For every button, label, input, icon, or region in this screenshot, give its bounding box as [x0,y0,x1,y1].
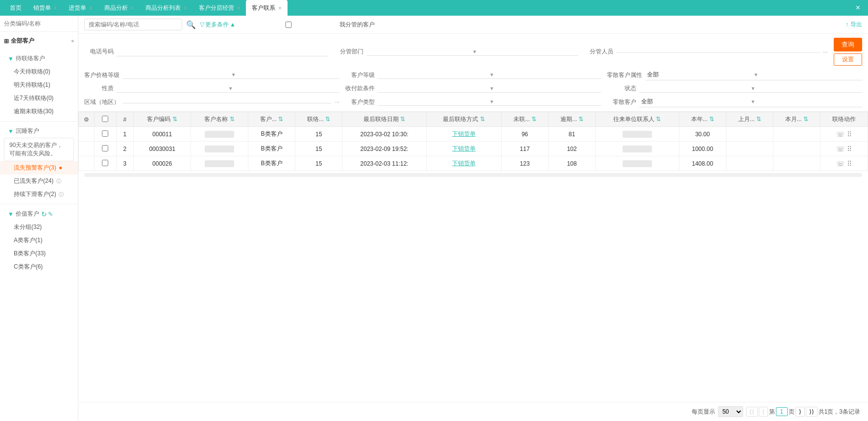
horizontal-scrollbar[interactable] [84,173,862,177]
per-page-select[interactable]: 50 100 200 [718,406,743,417]
tab-customer-contact[interactable]: 客户联系 × [246,0,287,16]
settings-button[interactable]: 设置 [834,53,862,66]
sidebar-item-churned[interactable]: 已流失客户(24) ⓘ [0,174,78,188]
dept-select[interactable]: ▼ [366,48,578,56]
refresh-icon[interactable]: ↻ [41,210,47,218]
first-page-button[interactable]: ⟨⟨ [746,407,758,417]
zero-cust-select[interactable]: 全部 ▼ [639,97,862,107]
tab-purchase[interactable]: 进货单 × [63,0,98,16]
sidebar-item-tomorrow[interactable]: 明天待联络(1) [0,78,78,92]
gender-select[interactable]: ▼ [117,85,339,93]
more-options-icon[interactable]: ··· [823,49,828,55]
arrow-down-icon: ▼ [8,211,14,218]
sidebar-item-declining[interactable]: 持续下滑客户(2) ⓘ [0,188,78,201]
td-last-contact-way[interactable]: 下销货单 [427,127,502,142]
td-last-contact-date: 2023-02-09 19:52: [342,142,427,156]
tab-sales[interactable]: 销货单 × [27,0,63,16]
th-last-month[interactable]: 上月... ⇅ [726,112,773,127]
close-icon[interactable]: × [89,5,92,11]
row-checkbox[interactable] [102,160,108,166]
area-select[interactable] [122,101,332,103]
select-all-checkbox[interactable] [102,116,108,122]
more-filters-button[interactable]: ▽ 更多条件 ▲ [200,21,236,29]
edit-icon[interactable]: ✎ [48,211,53,218]
filter-phone: 电话号码 [84,47,328,56]
sidebar-item-churn-warning[interactable]: 流失预警客户(3) ● [0,161,78,174]
sidebar-group-value[interactable]: ▼ 价值客户 ↻ ✎ [0,207,78,221]
prev-page-button[interactable]: ⟨ [759,407,768,417]
row-checkbox[interactable] [102,130,108,137]
chevron-down-icon: ▼ [489,99,599,104]
th-not-contacted[interactable]: 未联... ⇅ [501,112,548,127]
th-settings[interactable]: ⚙ [79,112,95,127]
th-checkbox[interactable] [95,112,117,127]
contact-icon[interactable]: ☏ [836,130,845,138]
th-last-contact-date[interactable]: 最后联络日期 ⇅ [342,112,427,127]
more-actions-icon[interactable]: ⠿ [847,160,852,168]
sidebar-item-class-c[interactable]: C类客户(6) [0,260,78,273]
filter-status: 状态 ▼ [607,84,862,93]
sidebar-section-dormant: ▼ 沉睡客户 90天未交易的客户，可能有流失风险。 流失预警客户(3) ● 已流… [0,123,78,203]
th-name[interactable]: 客户名称 ⇅ [191,112,248,127]
sidebar-item-class-a[interactable]: A类客户(1) [0,234,78,247]
window-close-button[interactable]: × [852,3,864,12]
table-body: 1 000011 B类客户 15 2023-03-02 10:30: 下销货单 … [79,127,868,171]
query-button[interactable]: 查询 [834,38,862,51]
sidebar-all-customers[interactable]: ⊞ 全部客户 « [0,34,78,48]
more-actions-icon[interactable]: ⠿ [847,145,852,153]
search-input[interactable] [84,19,182,30]
tab-customer-segment[interactable]: 客户分层经营 × [193,0,246,16]
td-last-contact-way[interactable]: 下销货单 [427,156,502,171]
sidebar-group-dormant[interactable]: ▼ 沉睡客户 [0,124,78,138]
table-header-row: ⚙ # 客户编码 ⇅ 客户名称 ⇅ 客户... ⇅ 联络 [79,112,868,127]
more-actions-icon[interactable]: ⠿ [847,130,852,138]
staff-select[interactable] [616,50,820,53]
th-code[interactable]: 客户编码 ⇅ [134,112,191,127]
td-checkbox[interactable] [95,127,117,142]
search-button[interactable]: 🔍 [186,20,196,29]
sidebar-item-today[interactable]: 今天待联络(0) [0,65,78,78]
th-overdue[interactable]: 逾期... ⇅ [548,112,595,127]
td-checkbox[interactable] [95,156,117,171]
close-icon[interactable]: × [54,5,57,11]
export-button[interactable]: ↑ 导出 [845,21,862,29]
sidebar-group-pending[interactable]: ▼ 待联络客户 [0,52,78,65]
th-type[interactable]: 客户... ⇅ [248,112,295,127]
close-icon[interactable]: × [131,5,134,11]
sidebar-item-7days[interactable]: 近7天待联络(0) [0,92,78,105]
last-page-button[interactable]: ⟩⟩ [806,407,818,417]
row-checkbox[interactable] [102,145,108,151]
td-settings [79,142,95,156]
close-icon[interactable]: × [237,5,240,11]
status-select[interactable]: ▼ [639,85,862,93]
sidebar-item-ungrouped[interactable]: 未分组(32) [0,221,78,234]
next-page-button[interactable]: ⟩ [796,407,805,417]
phone-input[interactable] [117,47,328,56]
sidebar-item-class-b[interactable]: B类客户(33) [0,247,78,260]
price-level-select[interactable]: ▼ [122,71,339,79]
contact-icon[interactable]: ☏ [836,145,845,153]
tab-product-analysis-list[interactable]: 商品分析列表 × [140,0,193,16]
td-checkbox[interactable] [95,142,117,156]
th-unit-contact[interactable]: 往来单位联系人 ⇅ [595,112,679,127]
payment-select[interactable]: ▼ [378,85,601,93]
my-customers-checkbox[interactable]: 我分管的客户 [240,21,375,29]
cust-level-select[interactable]: ▼ [378,71,601,79]
th-this-year[interactable]: 本年... ⇅ [679,112,726,127]
more-options-icon[interactable]: ··· [335,99,339,105]
tab-home[interactable]: 首页 [4,0,27,16]
contact-icon[interactable]: ☏ [836,160,845,168]
total-records: 共1页，3条记录 [819,408,860,416]
th-this-month[interactable]: 本月... ⇅ [773,112,820,127]
cust-type-select[interactable]: ▼ [378,98,601,106]
sidebar-search-input[interactable] [4,20,77,27]
tab-product-analysis[interactable]: 商品分析 × [98,0,140,16]
sidebar-item-overdue[interactable]: 逾期未联络(30) [0,105,78,118]
zero-attr-select[interactable]: 全部 ▼ [645,70,862,80]
th-last-contact-way[interactable]: 最后联络方式 ⇅ [427,112,502,127]
td-last-contact-way[interactable]: 下销货单 [427,142,502,156]
close-icon[interactable]: × [278,5,281,11]
th-contact[interactable]: 联络... ⇅ [295,112,342,127]
my-customers-check[interactable] [240,22,338,28]
close-icon[interactable]: × [184,5,187,11]
